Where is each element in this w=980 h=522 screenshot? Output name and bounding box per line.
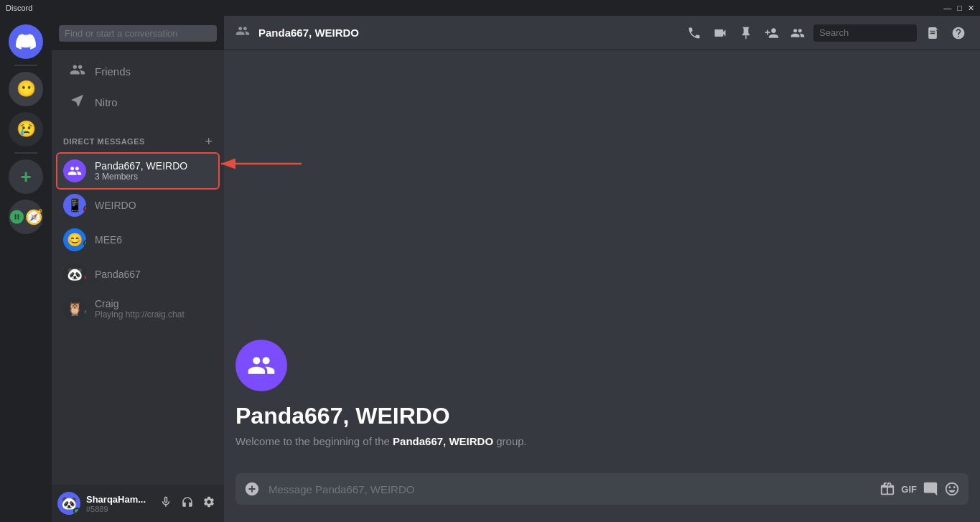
mee6-status bbox=[83, 240, 86, 247]
minimize-button[interactable]: — bbox=[943, 4, 951, 13]
weirdo-status bbox=[83, 205, 86, 213]
channel-title: Panda667, WEIRDO bbox=[258, 27, 359, 39]
chat-area: Panda667, WEIRDO Welcome to the beginnin… bbox=[224, 50, 980, 522]
craig-info: Craig Playing http://craig.chat bbox=[95, 298, 213, 320]
maximize-button[interactable]: □ bbox=[957, 4, 962, 13]
dm-item-group-panda-weirdo[interactable]: Panda667, WEIRDO 3 Members bbox=[57, 154, 218, 188]
channel-type-icon bbox=[235, 24, 250, 42]
search-bar bbox=[52, 16, 224, 50]
topbar: Panda667, WEIRDO bbox=[224, 16, 980, 50]
craig-status bbox=[83, 309, 86, 316]
nitro-label: Nitro bbox=[95, 96, 118, 108]
server-divider bbox=[14, 65, 37, 66]
group-avatar bbox=[63, 159, 86, 182]
app-title: Discord bbox=[6, 4, 32, 12]
server-sidebar: 😶 😢 + 🧭 bbox=[0, 16, 52, 522]
weirdo-info: WEIRDO bbox=[95, 200, 213, 211]
search-input[interactable] bbox=[59, 25, 217, 42]
gift-button[interactable] bbox=[879, 481, 895, 497]
dm-header-text: DIRECT MESSAGES bbox=[63, 137, 145, 146]
welcome-group-icon bbox=[235, 340, 287, 391]
gif-button[interactable]: GIF bbox=[901, 484, 917, 495]
group-dm-name: Panda667, WEIRDO bbox=[95, 160, 213, 172]
server-icon-1[interactable]: 😶 bbox=[9, 72, 43, 106]
user-settings-button[interactable] bbox=[200, 493, 218, 514]
mee6-info: MEE6 bbox=[95, 234, 213, 246]
input-actions: GIF bbox=[879, 481, 960, 497]
help-button[interactable] bbox=[948, 23, 969, 43]
current-user-avatar: 🐼 bbox=[57, 492, 80, 515]
welcome-desc-prefix: Welcome to the beginning of the bbox=[235, 435, 393, 447]
main-content: Panda667, WEIRDO bbox=[224, 16, 980, 522]
message-input[interactable] bbox=[269, 475, 871, 503]
craig-avatar: 🦉 bbox=[63, 297, 86, 320]
welcome-description: Welcome to the beginning of the Panda667… bbox=[235, 435, 969, 447]
dm-item-panda667[interactable]: 🐼 Panda667 bbox=[57, 257, 218, 292]
deafen-button[interactable] bbox=[178, 493, 197, 514]
server-icon-2[interactable]: 😢 bbox=[9, 112, 43, 146]
close-button[interactable]: ✕ bbox=[968, 4, 974, 13]
call-button[interactable] bbox=[684, 23, 704, 43]
search-box bbox=[813, 24, 917, 42]
explore-servers-button[interactable]: 🧭 bbox=[9, 200, 43, 234]
message-input-area: GIF bbox=[224, 473, 980, 522]
add-server-button[interactable]: + bbox=[9, 159, 43, 194]
weirdo-name: WEIRDO bbox=[95, 200, 213, 211]
welcome-desc-suffix: group. bbox=[493, 435, 527, 447]
app-layout: 😶 😢 + 🧭 bbox=[0, 16, 980, 522]
inbox-button[interactable] bbox=[923, 23, 943, 43]
server-divider-2 bbox=[14, 152, 37, 154]
mee6-avatar: 😊 bbox=[63, 228, 86, 251]
craig-name: Craig bbox=[95, 298, 213, 309]
mute-button[interactable] bbox=[157, 493, 175, 514]
add-friend-button[interactable] bbox=[762, 23, 782, 43]
channel-sidebar: Friends Nitro DIRECT MESSAGES + bbox=[52, 16, 224, 522]
pinned-messages-button[interactable] bbox=[736, 23, 756, 43]
nav-items: Friends Nitro bbox=[52, 50, 224, 123]
welcome-title: Panda667, WEIRDO bbox=[235, 403, 969, 429]
topbar-search-input[interactable] bbox=[819, 27, 940, 38]
attach-button[interactable] bbox=[244, 481, 260, 497]
discord-home-button[interactable] bbox=[9, 24, 43, 59]
dm-list: Panda667, WEIRDO 3 Members 📱 WEIRDO 😊 bbox=[52, 151, 224, 485]
dm-item-mee6[interactable]: 😊 MEE6 bbox=[57, 223, 218, 257]
welcome-desc-bold: Panda667, WEIRDO bbox=[393, 435, 493, 447]
dm-item-craig[interactable]: 🦉 Craig Playing http://craig.chat bbox=[57, 292, 218, 326]
friends-icon bbox=[69, 62, 86, 81]
user-online-indicator bbox=[73, 508, 80, 515]
group-dm-sub: 3 Members bbox=[95, 172, 213, 182]
craig-sub: Playing http://craig.chat bbox=[95, 309, 213, 320]
friends-label: Friends bbox=[95, 65, 131, 78]
nitro-icon bbox=[69, 93, 86, 112]
message-input-box: GIF bbox=[235, 473, 969, 505]
panda667-info: Panda667 bbox=[95, 269, 213, 280]
emoji-button[interactable] bbox=[944, 481, 960, 497]
titlebar: Discord — □ ✕ bbox=[0, 0, 980, 16]
sticker-button[interactable] bbox=[923, 481, 938, 497]
topbar-actions bbox=[684, 23, 969, 43]
members-list-button[interactable] bbox=[788, 23, 808, 43]
user-controls bbox=[157, 493, 218, 514]
nitro-nav-item[interactable]: Nitro bbox=[57, 87, 218, 118]
video-call-button[interactable] bbox=[710, 23, 730, 43]
weirdo-avatar: 📱 bbox=[63, 194, 86, 217]
mee6-name: MEE6 bbox=[95, 234, 213, 246]
welcome-section: Panda667, WEIRDO Welcome to the beginnin… bbox=[235, 325, 969, 459]
dm-section-header: DIRECT MESSAGES + bbox=[52, 123, 224, 151]
user-tag: #5889 bbox=[86, 505, 151, 513]
add-dm-button[interactable]: + bbox=[205, 135, 213, 148]
chat-messages: Panda667, WEIRDO Welcome to the beginnin… bbox=[224, 50, 980, 473]
panda667-name: Panda667 bbox=[95, 269, 213, 280]
group-dm-info: Panda667, WEIRDO 3 Members bbox=[95, 160, 213, 182]
user-info: SharqaHam... #5889 bbox=[86, 494, 151, 513]
window-controls: — □ ✕ bbox=[943, 4, 974, 13]
panda667-status bbox=[83, 274, 86, 281]
friends-nav-item[interactable]: Friends bbox=[57, 56, 218, 87]
username: SharqaHam... bbox=[86, 494, 151, 505]
panda667-avatar: 🐼 bbox=[63, 263, 86, 286]
user-area: 🐼 SharqaHam... #5889 bbox=[52, 485, 224, 522]
dm-item-weirdo[interactable]: 📱 WEIRDO bbox=[57, 188, 218, 223]
